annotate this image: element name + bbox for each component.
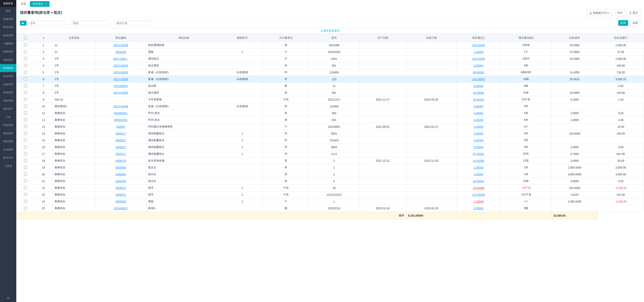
row-code[interactable]: 0000078 [96,158,146,164]
row-select-checkbox[interactable] [24,77,27,80]
sidebar-settings-icon[interactable]: ⚙ [0,294,16,302]
row-qty-main[interactable]: 1.00000 [456,171,500,178]
row-code[interactable]: 0000084 [96,164,146,171]
row-qty-main[interactable]: 100.00000 [456,42,500,49]
row-qty-main[interactable]: -16.00000 [456,185,500,191]
row-qty-main[interactable]: 1.00000 [456,164,500,171]
row-select-checkbox[interactable] [24,84,27,87]
row-code[interactable]: 0023-00005 [96,69,146,76]
col-checkbox[interactable] [16,34,34,42]
row-checkbox[interactable] [16,151,34,158]
row-qty-main[interactable]: 0.00000 [456,103,500,110]
sidebar-item-mgmt[interactable]: 经营管理 [0,121,16,129]
row-select-checkbox[interactable] [24,139,27,141]
row-code[interactable]: 0000017 [96,130,146,137]
row-qty-main[interactable]: 10.00000 [456,158,500,164]
row-checkbox[interactable] [16,96,34,103]
row-qty-main[interactable]: 2.00000 [456,130,500,137]
display-button[interactable]: ☰ 显示 [626,10,640,16]
row-select-checkbox[interactable] [24,44,27,46]
category-input[interactable] [116,22,150,25]
row-checkbox[interactable] [16,185,34,191]
row-code[interactable] [96,96,146,103]
row-code[interactable]: 0000029 [96,49,146,56]
sidebar-item-fixedasset[interactable]: 固定资产 [0,105,16,113]
row-code[interactable]: 001000031 [96,205,146,212]
goods-input[interactable] [73,22,107,25]
row-select-checkbox[interactable] [24,145,27,148]
row-select-checkbox[interactable] [24,98,27,101]
row-code[interactable]: 0023-00008 [96,103,146,110]
row-code[interactable]: 0000029 [96,198,146,205]
row-select-checkbox[interactable] [24,200,27,203]
row-qty-main[interactable]: 4.00000 [456,110,500,117]
row-code[interactable]: 0000012 [96,191,146,198]
select-all-checkbox[interactable] [24,36,27,39]
sidebar-item-retail[interactable]: 零售管理 [0,23,16,32]
row-qty-main[interactable]: 49.60000 [456,69,500,76]
sidebar-item-purchase[interactable]: 采购管理 [0,56,16,64]
expand-conditions-btn[interactable]: ☑ 展开更多条件 [320,29,340,33]
row-qty-main[interactable]: 0.00000 [456,205,500,212]
row-code[interactable]: 0000084 [96,178,146,185]
settings-button[interactable]: 设置 [630,20,640,26]
sidebar-item-inventory[interactable]: 库存核算 [0,64,16,72]
sidebar-item-collab[interactable]: 企业协同 [0,146,16,154]
row-select-checkbox[interactable] [24,173,27,176]
sidebar-logo[interactable]: 搜索菜单 [0,0,16,7]
tab-inventory-batch[interactable]: 库存批次 × [30,1,50,7]
row-checkbox[interactable] [16,83,34,89]
goods-filter[interactable] [72,21,109,25]
row-qty-main[interactable]: 10.00000 [456,178,500,185]
row-select-checkbox[interactable] [24,186,27,189]
row-qty-main[interactable]: 122.00000 [456,191,500,198]
row-qty-main[interactable]: 0.00000 [456,123,500,130]
export-button[interactable]: ↑ 导出 [612,10,625,16]
warehouse-filter[interactable] [28,21,65,25]
sidebar-item-ledger[interactable]: 总账管理 [0,80,16,89]
row-code[interactable]: 0023-00005 [96,62,146,69]
row-select-checkbox[interactable] [24,91,27,94]
row-qty-main[interactable]: 10.00000 [456,96,500,103]
row-checkbox[interactable] [16,137,34,144]
row-select-checkbox[interactable] [24,118,27,121]
row-qty-main[interactable]: 4.00000 [456,117,500,123]
row-qty-main[interactable]: 0.00000 [456,83,500,89]
row-checkbox[interactable] [16,144,34,151]
row-checkbox[interactable] [16,69,34,76]
row-code[interactable]: 001000026 [96,83,146,89]
row-select-checkbox[interactable] [24,132,27,135]
row-qty-main[interactable]: 0.00000 [456,62,500,69]
tab-close-icon[interactable]: × [46,3,47,5]
row-select-checkbox[interactable] [24,71,27,74]
sidebar-item-newguide[interactable]: 新手引导 [0,154,16,162]
sidebar-item-system[interactable]: 系统管理 [0,137,16,146]
row-qty-main[interactable]: 100.00000 [456,56,500,62]
sidebar-item-invoice[interactable]: 发票管理 [0,89,16,97]
row-code[interactable]: 0000084 [96,171,146,178]
row-select-checkbox[interactable] [24,207,27,210]
expand-arrow-btn[interactable]: ▶ [20,21,26,26]
row-qty-main[interactable]: 3.00000 [456,144,500,151]
sidebar-item-wholesale[interactable]: 批发管理 [0,32,16,40]
row-select-checkbox[interactable] [24,180,27,182]
search-button[interactable]: 查询 [618,20,628,26]
category-filter[interactable] [115,21,152,25]
sidebar-item-finance[interactable]: 资金管理 [0,72,16,80]
row-code[interactable]: 0000017 [96,144,146,151]
row-code[interactable]: 0023-00009 [96,42,146,49]
row-code[interactable]: 0000017 [96,151,146,158]
row-select-checkbox[interactable] [24,152,27,155]
row-checkbox[interactable] [16,89,34,96]
row-select-checkbox[interactable] [24,57,27,60]
sidebar-item-home[interactable]: 首页 [0,7,16,15]
sidebar-item-shortcuts[interactable]: 快捷导航 [0,15,16,23]
row-qty-main[interactable]: 10.00000 [456,89,500,96]
row-select-checkbox[interactable] [24,50,27,53]
sidebar-item-ecommerce[interactable]: 电商管理 [0,48,16,56]
row-checkbox[interactable] [16,191,34,198]
row-checkbox[interactable] [16,62,34,69]
row-select-checkbox[interactable] [24,166,27,169]
sidebar-item-smallec[interactable]: 小腿电商 [0,40,16,48]
row-qty-main[interactable]: 100.00000 [456,76,500,83]
